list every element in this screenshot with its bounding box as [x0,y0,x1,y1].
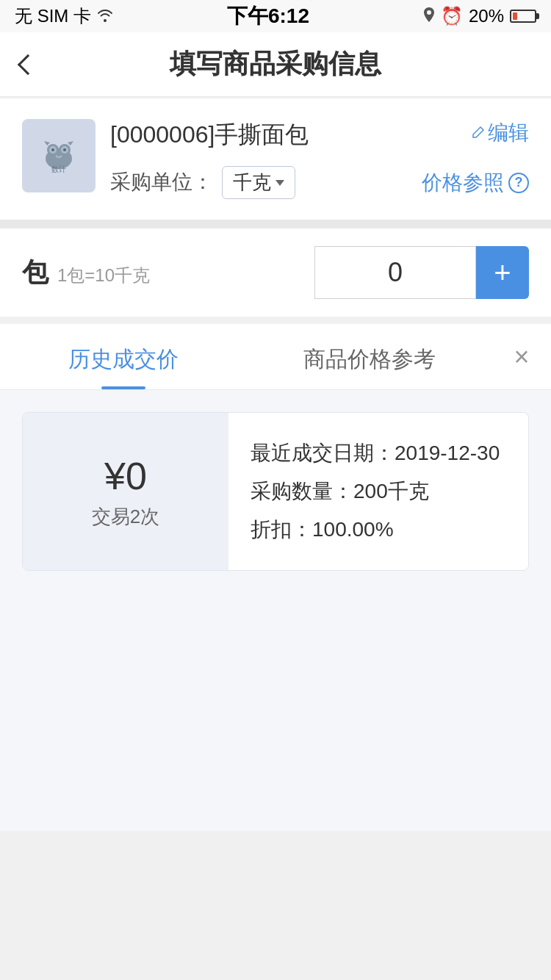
close-icon: × [514,342,529,372]
edit-icon [470,126,485,140]
help-icon: ? [508,173,529,193]
header-nav: 填写商品采购信息 [0,32,551,97]
transaction-details: 最近成交日期：2019-12-30 采购数量：200千克 折扣：100.00% [228,413,528,570]
transaction-price: ¥0 [104,454,147,498]
back-button[interactable] [21,57,35,72]
quantity-unit-sub: 1包=10千克 [57,264,150,287]
transaction-count: 交易2次 [92,504,159,530]
panel-area: ¥0 交易2次 最近成交日期：2019-12-30 采购数量：200千克 折扣：… [0,390,551,831]
svg-text:数计: 数计 [51,165,66,173]
plus-icon: + [494,258,511,287]
back-arrow-icon [18,54,38,74]
product-info: [0000006]手撕面包 编辑 采购单位： 千克 价格参照 ? [110,119,529,199]
transaction-price-summary: ¥0 交易2次 [23,413,228,570]
tab-price-reference[interactable]: 商品价格参考 [246,324,492,389]
quantity-plus-button[interactable]: + [476,246,529,299]
unit-label: 采购单位： [110,170,213,193]
status-right: ⏰ 20% [423,6,536,26]
quantity-unit-main: 包 [22,255,48,291]
tab-history-price[interactable]: 历史成交价 [0,324,246,389]
battery-icon [510,10,536,23]
transaction-discount-row: 折扣：100.00% [251,516,506,544]
tabs-container: 历史成交价 商品价格参考 × [0,324,551,390]
quantity-row: 包 1包=10千克 + [0,228,551,317]
svg-point-6 [63,148,66,151]
location-icon [423,6,435,26]
price-ref-button[interactable]: 价格参照 ? [422,169,529,197]
unit-dropdown-arrow [276,180,284,186]
time-display: 下午6:12 [227,2,309,30]
battery-percent: 20% [469,6,504,26]
date-label: 最近成交日期： [251,442,395,464]
quantity-label-group: 包 1包=10千克 [22,255,150,291]
date-value: 2019-12-30 [395,442,500,464]
alarm-icon: ⏰ [441,6,463,26]
price-amount: 0 [126,455,147,497]
qty-value: 200千克 [353,480,429,502]
transaction-date-row: 最近成交日期：2019-12-30 [251,439,506,467]
discount-value: 100.00% [312,518,394,541]
discount-label: 折扣： [251,518,312,541]
product-unit-row: 采购单位： 千克 价格参照 ? [110,166,529,199]
product-image: 数计 [22,119,96,192]
transaction-qty-row: 采购数量：200千克 [251,478,506,505]
status-left: 无 SIM 卡 [15,4,113,28]
yen-symbol: ¥ [104,455,126,497]
tab-price-reference-label: 商品价格参考 [303,347,436,371]
tab-history-price-label: 历史成交价 [68,347,179,371]
product-name: [0000006]手撕面包 [110,119,309,151]
quantity-input-group: + [314,246,529,299]
quantity-input[interactable] [314,246,476,299]
svg-point-5 [51,148,54,151]
unit-selector-group: 采购单位： 千克 [110,166,295,199]
product-logo: 数计 [37,131,81,181]
unit-select[interactable]: 千克 [222,166,295,199]
product-card: 数计 [0000006]手撕面包 编辑 采购单位： 千克 价格参照 [0,98,551,220]
page-title: 填写商品采购信息 [170,46,381,82]
edit-button[interactable]: 编辑 [470,119,529,147]
section-divider [0,220,551,228]
price-ref-label: 价格参照 [422,169,504,197]
unit-value: 千克 [233,170,271,195]
product-header: [0000006]手撕面包 编辑 [110,119,529,151]
qty-label: 采购数量： [251,480,353,502]
status-bar: 无 SIM 卡 下午6:12 ⏰ 20% [0,0,551,32]
carrier-text: 无 SIM 卡 [15,4,91,28]
tab-close-button[interactable]: × [492,342,551,372]
wifi-icon [97,6,113,26]
transaction-card: ¥0 交易2次 最近成交日期：2019-12-30 采购数量：200千克 折扣：… [22,412,529,571]
